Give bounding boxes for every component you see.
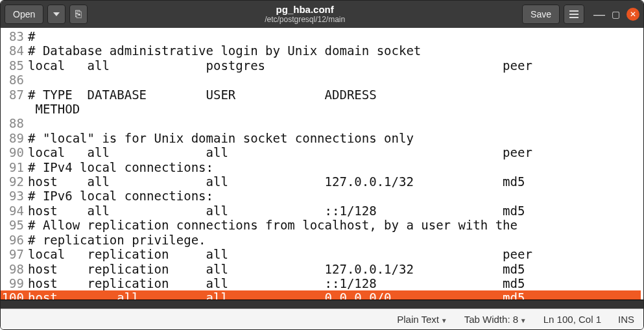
line-number [1, 102, 28, 116]
line-text: host replication all 127.0.0.1/32 md5 [28, 262, 641, 276]
new-tab-icon [75, 8, 82, 20]
line-number: 83 [1, 29, 28, 43]
line-text: local replication all peer [28, 247, 641, 261]
line-number: 100 [1, 290, 28, 300]
line-number: 99 [1, 276, 28, 290]
close-icon: ✕ [630, 10, 636, 19]
line-number: 88 [1, 116, 28, 130]
editor-line[interactable]: 91# IPv4 local connections: [1, 160, 641, 174]
editor-line[interactable]: 87# TYPE DATABASE USER ADDRESS [1, 88, 641, 102]
line-text [28, 116, 641, 130]
editor-line[interactable]: 100host all all 0.0.0.0/0 md5 [1, 290, 641, 300]
editor-line[interactable]: 96# replication privilege. [1, 233, 641, 247]
line-text: local all all peer [28, 145, 641, 159]
line-number: 89 [1, 131, 28, 145]
editor-line[interactable]: 94host all all ::1/128 md5 [1, 204, 641, 218]
line-number: 85 [1, 58, 28, 73]
line-text: # Database administrative login by Unix … [28, 43, 641, 58]
new-tab-button[interactable] [69, 5, 88, 24]
editor-line[interactable]: 98host replication all 127.0.0.1/32 md5 [1, 262, 641, 276]
line-number: 97 [1, 247, 28, 261]
line-number: 86 [1, 73, 28, 87]
minimize-icon[interactable]: — [593, 8, 605, 21]
save-button[interactable]: Save [522, 5, 560, 24]
open-recent-button[interactable] [47, 5, 66, 24]
line-text: # replication privilege. [28, 233, 641, 247]
line-number: 90 [1, 145, 28, 159]
line-text: METHOD [28, 102, 641, 116]
editor-line[interactable]: 85local all postgres peer [1, 58, 641, 73]
hamburger-icon [569, 10, 578, 18]
syntax-selector[interactable]: Plain Text [397, 314, 447, 325]
line-text: # "local" is for Unix domain socket conn… [28, 131, 641, 145]
editor-line[interactable]: 86 [1, 73, 641, 87]
editor-line[interactable]: 89# "local" is for Unix domain socket co… [1, 131, 641, 145]
file-name: pg_hba.conf [91, 5, 518, 16]
line-text: # [28, 29, 641, 43]
editor-line[interactable]: 83# [1, 29, 641, 43]
line-text: host all all ::1/128 md5 [28, 204, 641, 218]
line-text: # IPv6 local connections: [28, 189, 641, 203]
open-button[interactable]: Open [5, 5, 43, 24]
maximize-icon[interactable]: ▢ [612, 9, 620, 19]
bottom-border [1, 300, 643, 309]
editor-line[interactable]: 84# Database administrative login by Uni… [1, 43, 641, 58]
line-number: 95 [1, 218, 28, 232]
tab-width-selector[interactable]: Tab Width: 8 [464, 314, 527, 325]
close-button[interactable]: ✕ [626, 8, 639, 21]
editor-line[interactable]: 95# Allow replication connections from l… [1, 218, 641, 232]
editor-line[interactable]: 90local all all peer [1, 145, 641, 159]
file-path: /etc/postgresql/12/main [91, 16, 518, 24]
line-number: 93 [1, 189, 28, 203]
line-text: host replication all ::1/128 md5 [28, 276, 641, 290]
line-text [28, 73, 641, 87]
editor-line[interactable]: 93# IPv6 local connections: [1, 189, 641, 203]
line-text: # Allow replication connections from loc… [28, 218, 641, 232]
editor-line[interactable]: 97local replication all peer [1, 247, 641, 261]
line-text: host all all 127.0.0.1/32 md5 [28, 174, 641, 189]
editor-line[interactable]: 92host all all 127.0.0.1/32 md5 [1, 174, 641, 189]
window-title: pg_hba.conf /etc/postgresql/12/main [91, 5, 518, 24]
line-number: 96 [1, 233, 28, 247]
title-bar: Open pg_hba.conf /etc/postgresql/12/main… [1, 1, 643, 28]
line-number: 98 [1, 262, 28, 276]
editor-area[interactable]: 83#84# Database administrative login by … [1, 28, 643, 300]
insert-mode[interactable]: INS [618, 314, 634, 325]
line-number: 87 [1, 88, 28, 102]
hamburger-menu-button[interactable] [564, 5, 584, 24]
chevron-down-icon [53, 12, 60, 16]
editor-line[interactable]: 99host replication all ::1/128 md5 [1, 276, 641, 290]
line-text: host all all 0.0.0.0/0 md5 [28, 290, 641, 300]
line-text: # IPv4 local connections: [28, 160, 641, 174]
editor-line[interactable]: 88 [1, 116, 641, 130]
editor-line[interactable]: METHOD [1, 102, 641, 116]
line-number: 92 [1, 174, 28, 189]
status-bar: Plain Text Tab Width: 8 Ln 100, Col 1 IN… [1, 309, 643, 329]
line-number: 91 [1, 160, 28, 174]
line-text: # TYPE DATABASE USER ADDRESS [28, 88, 641, 102]
line-text: local all postgres peer [28, 58, 641, 73]
line-number: 94 [1, 204, 28, 218]
cursor-position: Ln 100, Col 1 [543, 314, 601, 325]
line-number: 84 [1, 43, 28, 58]
